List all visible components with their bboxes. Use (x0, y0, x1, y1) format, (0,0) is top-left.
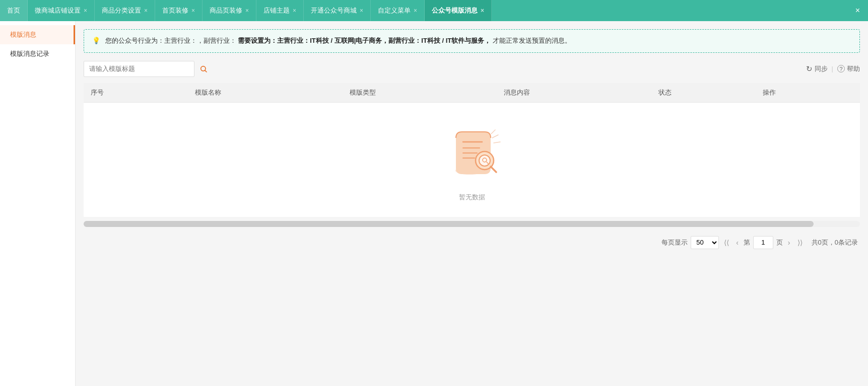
notice-prefix: 您的公众号行业为：主营行业：，副营行业： (105, 37, 236, 44)
notice-box: 💡 您的公众号行业为：主营行业：，副营行业： 需要设置为：主营行业：IT科技 /… (84, 29, 860, 53)
nav-tab-close[interactable]: × (360, 7, 363, 14)
sync-icon: ↻ (806, 64, 813, 73)
nav-tab-product-cat[interactable]: 商品分类设置× (95, 0, 155, 21)
prev-page-button[interactable]: ‹ (734, 239, 741, 246)
nav-tab-close[interactable]: × (144, 7, 148, 14)
nav-tab-open-mall[interactable]: 开通公众号商城× (304, 0, 371, 21)
nav-tab-label: 首页 (7, 6, 20, 15)
nav-tab-home[interactable]: 首页 (0, 0, 28, 21)
nav-tab-close[interactable]: × (293, 7, 296, 14)
page-di-label: 第 (744, 238, 750, 247)
svg-line-14 (491, 130, 495, 134)
notice-suffix: 才能正常发送预置的消息。 (493, 37, 571, 44)
help-button[interactable]: ? 帮助 (837, 64, 860, 73)
nav-tab-label: 首页装修 (162, 6, 188, 15)
svg-line-9 (491, 167, 496, 172)
nav-tab-close[interactable]: × (481, 7, 484, 14)
help-label: 帮助 (847, 64, 860, 73)
nav-tab-label: 商品分类设置 (102, 6, 141, 15)
page-size-label: 每页显示 (661, 238, 688, 247)
sidebar: 模版消息模版消息记录 (0, 21, 76, 386)
nav-tab-label: 开通公众号商城 (311, 6, 357, 15)
nav-tab-home-decor[interactable]: 首页装修× (155, 0, 203, 21)
scrollbar-thumb[interactable] (84, 221, 814, 227)
sidebar-item-template-message[interactable]: 模版消息 (0, 25, 75, 44)
search-bar-right: ↻ 同步 | ? 帮助 (806, 64, 860, 73)
nav-tab-label: 自定义菜单 (378, 6, 411, 15)
col-header-index: 序号 (84, 83, 188, 103)
nav-tab-wsc-shop[interactable]: 微商城店铺设置× (28, 0, 95, 21)
search-input[interactable] (84, 61, 194, 77)
page-size-select[interactable]: 102050100 (691, 236, 719, 249)
page-input[interactable] (753, 236, 773, 249)
main-layout: 模版消息模版消息记录 💡 您的公众号行业为：主营行业：，副营行业： 需要设置为：… (0, 21, 868, 386)
first-page-button[interactable]: ⟨⟨ (722, 239, 731, 246)
search-bar: ↻ 同步 | ? 帮助 (84, 61, 860, 77)
nav-tab-custom-menu[interactable]: 自定义菜单× (371, 0, 425, 21)
page-label: 页 (776, 238, 783, 247)
search-icon (199, 65, 208, 73)
notice-highlight: 需要设置为：主营行业：IT科技 / 互联网|电子商务，副营行业：IT科技 / I… (238, 37, 491, 44)
nav-tab-close[interactable]: × (191, 7, 195, 14)
nav-tab-close[interactable]: × (414, 7, 417, 14)
nav-tab-product-decor[interactable]: 商品页装修× (203, 0, 256, 21)
svg-point-8 (479, 155, 490, 166)
nav-tab-template-msg[interactable]: 公众号模版消息× (425, 0, 492, 21)
svg-line-13 (494, 142, 500, 143)
col-header-status: 状态 (651, 83, 756, 103)
table-body: 暂无数据 (84, 102, 860, 217)
nav-tab-shop-theme[interactable]: 店铺主题× (256, 0, 304, 21)
col-header-content: 消息内容 (497, 83, 651, 103)
data-table: 序号模版名称模版类型消息内容状态操作 (84, 83, 860, 217)
table-header: 序号模版名称模版类型消息内容状态操作 (84, 83, 860, 103)
search-bar-left (84, 61, 212, 77)
pagination: 每页显示 102050100 ⟨⟨ ‹ 第 页 › ⟩⟩ 共0页，0条记录 (84, 231, 860, 254)
notice-icon: 💡 (92, 37, 100, 44)
nav-tab-label: 商品页装修 (210, 6, 242, 15)
sync-label: 同步 (815, 64, 828, 73)
sidebar-item-template-record[interactable]: 模版消息记录 (0, 44, 75, 63)
global-close-button[interactable]: × (847, 0, 868, 21)
svg-line-12 (492, 135, 498, 138)
empty-state: 暂无数据 (84, 103, 860, 217)
total-info: 共0页，0条记录 (812, 238, 858, 247)
nav-tab-label: 微商城店铺设置 (35, 6, 81, 15)
horizontal-scrollbar[interactable] (84, 221, 860, 227)
search-button[interactable] (195, 61, 212, 77)
last-page-button[interactable]: ⟩⟩ (795, 239, 805, 246)
top-nav: 首页微商城店铺设置×商品分类设置×首页装修×商品页装修×店铺主题×开通公众号商城… (0, 0, 868, 21)
svg-line-1 (205, 70, 207, 72)
sync-button[interactable]: ↻ 同步 (806, 64, 828, 73)
empty-text: 暂无数据 (84, 193, 860, 202)
nav-tab-close[interactable]: × (84, 7, 87, 14)
help-icon: ? (837, 65, 845, 72)
nav-tab-close[interactable]: × (245, 7, 249, 14)
empty-illustration (442, 123, 502, 183)
next-page-button[interactable]: › (786, 239, 792, 246)
col-header-action: 操作 (756, 83, 860, 103)
toolbar-divider: | (832, 65, 833, 72)
col-header-name: 模版名称 (188, 83, 343, 103)
nav-tab-label: 公众号模版消息 (432, 6, 478, 15)
col-header-type: 模版类型 (343, 83, 497, 103)
nav-tab-label: 店铺主题 (263, 6, 290, 15)
content-area: 💡 您的公众号行业为：主营行业：，副营行业： 需要设置为：主营行业：IT科技 /… (76, 21, 868, 386)
